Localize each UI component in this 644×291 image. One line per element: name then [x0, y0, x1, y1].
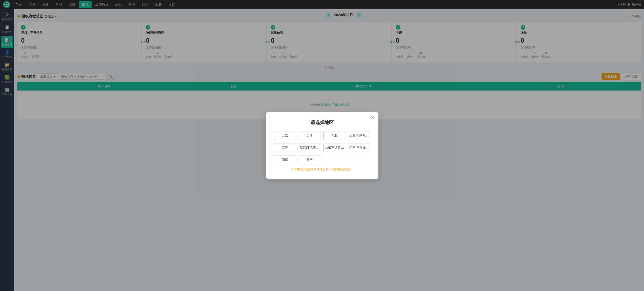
region-row: 北京天津河北上海(电子税局)	[274, 131, 370, 140]
region-select-modal: ✕ 请选择地区 北京天津河北上海(电子税局)江苏浙江(不含宁波)山东(不含青岛)…	[266, 112, 378, 179]
region-btn-山东(不含青岛)[interactable]: 山东(不含青岛)	[323, 143, 346, 152]
region-btn-河北[interactable]: 河北	[323, 131, 346, 140]
warning-icon: ⓘ	[291, 167, 294, 172]
region-btn-江苏[interactable]: 江苏	[274, 143, 296, 152]
modal-close-button[interactable]: ✕	[370, 115, 374, 120]
region-btn-上海(电子税局)[interactable]: 上海(电子税局)	[348, 131, 370, 140]
region-btn-北京[interactable]: 北京	[274, 131, 296, 140]
region-grid: 北京天津河北上海(电子税局)江苏浙江(不含宁波)山东(不含青岛)广东(不含深圳)…	[274, 131, 370, 164]
region-btn-浙江(不含宁波)[interactable]: 浙江(不含宁波)	[299, 143, 321, 152]
region-btn-云南[interactable]: 云南	[299, 155, 321, 164]
modal-title: 请选择地区	[274, 119, 370, 126]
region-row: 海南云南	[274, 155, 370, 164]
modal-overlay[interactable]: ✕ 请选择地区 北京天津河北上海(电子税局)江苏浙江(不含宁波)山东(不含青岛)…	[0, 0, 644, 291]
modal-warning: ⓘ 除以上地区外其他地区暂不支持报税检查！	[274, 167, 370, 172]
region-btn-天津[interactable]: 天津	[299, 131, 321, 140]
region-btn-海南[interactable]: 海南	[274, 155, 296, 164]
region-row: 江苏浙江(不含宁波)山东(不含青岛)广东(不含深圳)	[274, 143, 370, 152]
region-btn-广东(不含深圳)[interactable]: 广东(不含深圳)	[348, 143, 370, 152]
